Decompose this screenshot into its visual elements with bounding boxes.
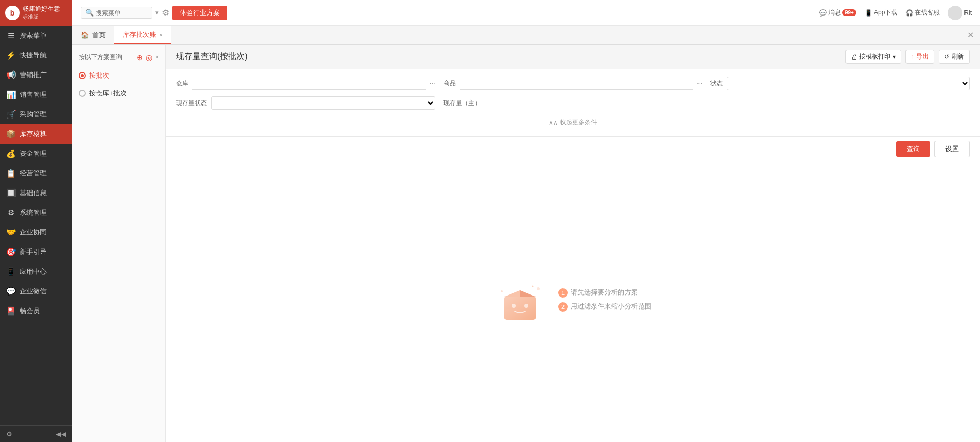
tip-item-2: 2 用过滤条件来缩小分析范围 xyxy=(558,302,651,312)
sidebar-item-member[interactable]: 🎴 畅会员 xyxy=(0,301,72,321)
purchase-icon: 🛒 xyxy=(6,110,16,119)
tip-num-1: 1 xyxy=(558,288,568,298)
print-icon: 🖨 xyxy=(851,53,857,61)
edition-label: 标准版 xyxy=(23,13,60,21)
user-profile-item[interactable]: Rit xyxy=(948,6,972,20)
refresh-icon: ↺ xyxy=(944,53,949,61)
sidebar-item-inventory[interactable]: 📦 库存核算 xyxy=(0,124,72,144)
shortcuts-icon: ⚡ xyxy=(6,51,16,60)
guide-icon: 🎯 xyxy=(6,247,16,257)
tab-batch-label: 库存批次账 xyxy=(123,30,156,39)
print-dropdown-icon[interactable]: ▾ xyxy=(893,53,896,61)
messages-item[interactable]: 💬 消息 99+ xyxy=(819,8,856,17)
sidebar-search-label: 搜索菜单 xyxy=(20,31,47,40)
warehouse-more[interactable]: ··· xyxy=(430,80,435,87)
sidebar-marketing-label: 营销推广 xyxy=(20,70,47,80)
filter-row-1: 仓库 ··· 商品 ··· 状态 xyxy=(176,77,970,90)
qty-min-input[interactable] xyxy=(485,97,587,109)
svg-marker-1 xyxy=(504,290,520,297)
apps-icon: 📱 xyxy=(6,267,16,276)
settings-button[interactable]: 设置 xyxy=(934,141,970,157)
sidebar-item-apps[interactable]: 📱 应用中心 xyxy=(0,262,72,282)
basic-icon: 🔲 xyxy=(6,188,16,198)
add-scheme-icon[interactable]: ⊕ xyxy=(137,53,143,62)
collapse-filter-btn[interactable]: ∧∧ 收起更多条件 xyxy=(176,116,970,131)
empty-illustration xyxy=(494,276,546,328)
home-icon: 🏠 xyxy=(81,31,89,39)
sidebar-item-operations[interactable]: 📋 经营管理 xyxy=(0,164,72,183)
sidebar-shortcuts-label: 快捷导航 xyxy=(20,51,47,60)
svg-point-5 xyxy=(501,290,503,292)
sidebar-item-shortcuts[interactable]: ⚡ 快捷导航 xyxy=(0,46,72,65)
tip-text-1: 请先选择要分析的方案 xyxy=(571,288,638,297)
right-content: 现存量查询(按批次) 🖨 按模板打印 ▾ ↑ 导出 ↺ 刷新 xyxy=(166,45,980,442)
sidebar-item-sales[interactable]: 📊 销售管理 xyxy=(0,85,72,105)
empty-state: 1 请先选择要分析的方案 2 用过滤条件来缩小分析范围 xyxy=(166,161,980,442)
filter-area: 仓库 ··· 商品 ··· 状态 xyxy=(166,69,980,137)
search-menu-icon: ☰ xyxy=(6,31,16,40)
qty-max-input[interactable] xyxy=(600,97,703,109)
wechat-icon: 💬 xyxy=(6,287,16,296)
refresh-button[interactable]: ↺ 刷新 xyxy=(939,50,970,64)
sidebar-item-marketing[interactable]: 📢 营销推广 xyxy=(0,65,72,85)
inventory-icon: 📦 xyxy=(6,129,16,139)
left-panel-actions: ⊕ ◎ « xyxy=(137,53,159,62)
left-panel-header: 按以下方案查询 ⊕ ◎ « xyxy=(72,50,165,67)
topbar-left: 🔍 ▾ ⚙ 体验行业方案 xyxy=(81,6,814,20)
empty-tips: 1 请先选择要分析的方案 2 用过滤条件来缩小分析范围 xyxy=(558,288,651,316)
online-service-label: 在线客服 xyxy=(915,8,940,17)
collapse-sidebar-icon[interactable]: ◀◀ xyxy=(56,430,66,438)
print-button[interactable]: 🖨 按模板打印 ▾ xyxy=(845,50,901,64)
app-download-label: App下载 xyxy=(874,8,897,17)
search-icon: 🔍 xyxy=(85,9,94,17)
svg-point-3 xyxy=(512,304,516,308)
sidebar-basic-label: 基础信息 xyxy=(20,188,47,198)
query-button[interactable]: 查询 xyxy=(896,141,930,157)
collapse-panel-icon[interactable]: « xyxy=(155,53,159,62)
tip-num-2: 2 xyxy=(558,302,568,312)
status-select[interactable] xyxy=(727,77,970,90)
trial-button[interactable]: 体验行业方案 xyxy=(172,6,227,20)
sidebar-item-purchase[interactable]: 🛒 采购管理 xyxy=(0,105,72,124)
close-tab-icon[interactable]: × xyxy=(159,32,162,38)
online-service-item[interactable]: 🎧 在线客服 xyxy=(905,8,940,17)
tip-text-2: 用过滤条件来缩小分析范围 xyxy=(571,302,651,311)
app-download-item[interactable]: 📱 App下载 xyxy=(865,8,897,17)
settings-icon[interactable]: ⚙ xyxy=(6,430,12,438)
dropdown-icon[interactable]: ▾ xyxy=(155,9,159,17)
tab-batch-account[interactable]: 库存批次账 × xyxy=(114,26,171,44)
tip-item-1: 1 请先选择要分析的方案 xyxy=(558,288,651,298)
sidebar-member-label: 畅会员 xyxy=(20,306,40,316)
sidebar-wechat-label: 企业微信 xyxy=(20,287,47,296)
sidebar: b 畅康通好生意 标准版 ☰ 搜索菜单 ⚡ 快捷导航 📢 营销推广 📊 销售管理… xyxy=(0,0,72,442)
sidebar-item-finance[interactable]: 💰 资金管理 xyxy=(0,144,72,164)
warehouse-input[interactable] xyxy=(192,78,426,90)
topbar-right: 💬 消息 99+ 📱 App下载 🎧 在线客服 Rit xyxy=(819,6,972,20)
scheme-settings-icon[interactable]: ◎ xyxy=(146,53,152,62)
product-input[interactable] xyxy=(460,78,693,90)
collapse-up-icon: ∧∧ xyxy=(548,119,558,126)
tab-home[interactable]: 🏠 首页 xyxy=(72,26,114,44)
left-panel-item-batch[interactable]: 按批次 xyxy=(72,67,165,84)
sidebar-item-wechat[interactable]: 💬 企业微信 xyxy=(0,282,72,301)
filter-warehouse: 仓库 ··· xyxy=(176,78,435,90)
filter-qty-range: — xyxy=(485,97,703,109)
messages-label: 消息 xyxy=(828,8,841,17)
product-more[interactable]: ··· xyxy=(697,80,702,87)
sidebar-item-search[interactable]: ☰ 搜索菜单 xyxy=(0,26,72,46)
filter-product: 商品 ··· xyxy=(443,78,703,90)
gear-icon[interactable]: ⚙ xyxy=(162,8,169,18)
sidebar-item-system[interactable]: ⚙ 系统管理 xyxy=(0,203,72,223)
sidebar-apps-label: 应用中心 xyxy=(20,267,47,276)
left-panel-item-warehouse-batch[interactable]: 按仓库+批次 xyxy=(72,84,165,102)
cooperation-icon: 🤝 xyxy=(6,228,16,237)
sidebar-item-guide[interactable]: 🎯 新手引导 xyxy=(0,242,72,262)
sidebar-item-basic[interactable]: 🔲 基础信息 xyxy=(0,183,72,203)
search-input[interactable] xyxy=(96,9,147,17)
inventory-status-select[interactable] xyxy=(211,96,435,110)
action-row: 查询 设置 xyxy=(166,137,980,161)
sidebar-item-cooperation[interactable]: 🤝 企业协同 xyxy=(0,223,72,242)
left-panel: 按以下方案查询 ⊕ ◎ « 按批次 按仓库+批次 xyxy=(72,45,166,442)
export-button[interactable]: ↑ 导出 xyxy=(905,50,934,64)
close-all-tabs-icon[interactable]: ✕ xyxy=(961,30,980,40)
